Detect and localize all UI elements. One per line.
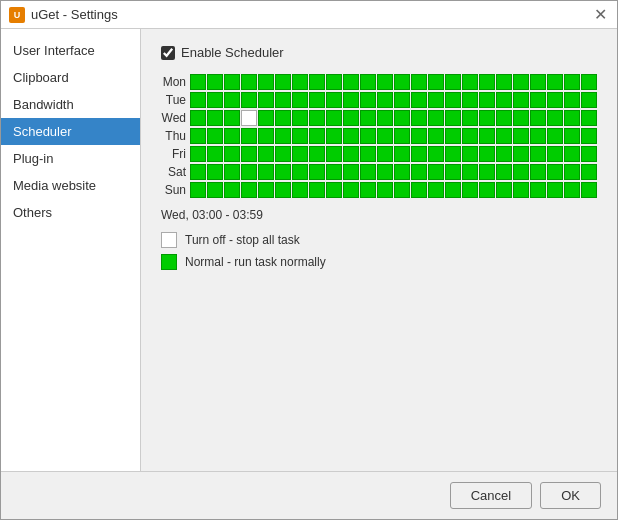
cell-fri-15[interactable] xyxy=(445,146,461,162)
cell-thu-8[interactable] xyxy=(326,128,342,144)
cell-tue-6[interactable] xyxy=(292,92,308,108)
cell-thu-6[interactable] xyxy=(292,128,308,144)
sidebar-item-plugin[interactable]: Plug-in xyxy=(1,145,140,172)
cell-fri-20[interactable] xyxy=(530,146,546,162)
cell-tue-1[interactable] xyxy=(207,92,223,108)
cell-mon-16[interactable] xyxy=(462,74,478,90)
cell-sun-4[interactable] xyxy=(258,182,274,198)
cell-tue-3[interactable] xyxy=(241,92,257,108)
cell-wed-14[interactable] xyxy=(428,110,444,126)
cell-mon-10[interactable] xyxy=(360,74,376,90)
cell-mon-12[interactable] xyxy=(394,74,410,90)
cell-mon-6[interactable] xyxy=(292,74,308,90)
cell-fri-3[interactable] xyxy=(241,146,257,162)
cell-wed-17[interactable] xyxy=(479,110,495,126)
cell-mon-1[interactable] xyxy=(207,74,223,90)
cell-sun-11[interactable] xyxy=(377,182,393,198)
cell-mon-8[interactable] xyxy=(326,74,342,90)
cell-thu-2[interactable] xyxy=(224,128,240,144)
cell-tue-10[interactable] xyxy=(360,92,376,108)
cell-mon-15[interactable] xyxy=(445,74,461,90)
cell-thu-13[interactable] xyxy=(411,128,427,144)
cell-fri-10[interactable] xyxy=(360,146,376,162)
cell-sat-16[interactable] xyxy=(462,164,478,180)
cell-mon-11[interactable] xyxy=(377,74,393,90)
cell-tue-7[interactable] xyxy=(309,92,325,108)
cell-sun-0[interactable] xyxy=(190,182,206,198)
cell-tue-18[interactable] xyxy=(496,92,512,108)
cell-sun-23[interactable] xyxy=(581,182,597,198)
cell-sat-20[interactable] xyxy=(530,164,546,180)
cell-thu-12[interactable] xyxy=(394,128,410,144)
cell-wed-19[interactable] xyxy=(513,110,529,126)
cell-sat-23[interactable] xyxy=(581,164,597,180)
cell-thu-15[interactable] xyxy=(445,128,461,144)
cell-sat-21[interactable] xyxy=(547,164,563,180)
close-button[interactable]: ✕ xyxy=(592,7,609,23)
cell-tue-0[interactable] xyxy=(190,92,206,108)
cell-wed-20[interactable] xyxy=(530,110,546,126)
cell-fri-23[interactable] xyxy=(581,146,597,162)
cell-tue-16[interactable] xyxy=(462,92,478,108)
cell-wed-6[interactable] xyxy=(292,110,308,126)
cell-sat-1[interactable] xyxy=(207,164,223,180)
cell-tue-13[interactable] xyxy=(411,92,427,108)
cell-fri-17[interactable] xyxy=(479,146,495,162)
cell-tue-5[interactable] xyxy=(275,92,291,108)
cell-wed-11[interactable] xyxy=(377,110,393,126)
cell-mon-22[interactable] xyxy=(564,74,580,90)
cell-sun-18[interactable] xyxy=(496,182,512,198)
cell-fri-5[interactable] xyxy=(275,146,291,162)
cell-fri-2[interactable] xyxy=(224,146,240,162)
sidebar-item-clipboard[interactable]: Clipboard xyxy=(1,64,140,91)
cell-sun-7[interactable] xyxy=(309,182,325,198)
cell-wed-13[interactable] xyxy=(411,110,427,126)
cell-wed-18[interactable] xyxy=(496,110,512,126)
cell-tue-17[interactable] xyxy=(479,92,495,108)
cell-sun-8[interactable] xyxy=(326,182,342,198)
cell-sat-15[interactable] xyxy=(445,164,461,180)
cell-sat-6[interactable] xyxy=(292,164,308,180)
cell-mon-7[interactable] xyxy=(309,74,325,90)
cell-tue-12[interactable] xyxy=(394,92,410,108)
sidebar-item-others[interactable]: Others xyxy=(1,199,140,226)
cell-tue-21[interactable] xyxy=(547,92,563,108)
cell-sat-9[interactable] xyxy=(343,164,359,180)
cell-tue-14[interactable] xyxy=(428,92,444,108)
cell-sat-17[interactable] xyxy=(479,164,495,180)
cell-thu-9[interactable] xyxy=(343,128,359,144)
cell-sun-5[interactable] xyxy=(275,182,291,198)
cell-sat-0[interactable] xyxy=(190,164,206,180)
cell-sun-9[interactable] xyxy=(343,182,359,198)
cell-thu-7[interactable] xyxy=(309,128,325,144)
cell-wed-22[interactable] xyxy=(564,110,580,126)
enable-scheduler-checkbox[interactable] xyxy=(161,46,175,60)
cell-sat-4[interactable] xyxy=(258,164,274,180)
cell-mon-17[interactable] xyxy=(479,74,495,90)
cell-tue-9[interactable] xyxy=(343,92,359,108)
cell-thu-19[interactable] xyxy=(513,128,529,144)
cell-thu-4[interactable] xyxy=(258,128,274,144)
sidebar-item-scheduler[interactable]: Scheduler xyxy=(1,118,140,145)
cell-tue-8[interactable] xyxy=(326,92,342,108)
cell-mon-9[interactable] xyxy=(343,74,359,90)
cell-fri-6[interactable] xyxy=(292,146,308,162)
cell-wed-1[interactable] xyxy=(207,110,223,126)
cell-thu-10[interactable] xyxy=(360,128,376,144)
cell-thu-22[interactable] xyxy=(564,128,580,144)
cell-sat-12[interactable] xyxy=(394,164,410,180)
cell-sat-8[interactable] xyxy=(326,164,342,180)
cell-mon-23[interactable] xyxy=(581,74,597,90)
cell-thu-3[interactable] xyxy=(241,128,257,144)
cell-tue-4[interactable] xyxy=(258,92,274,108)
cell-wed-3[interactable] xyxy=(241,110,257,126)
sidebar-item-user-interface[interactable]: User Interface xyxy=(1,37,140,64)
cell-tue-22[interactable] xyxy=(564,92,580,108)
cell-sat-10[interactable] xyxy=(360,164,376,180)
cell-sat-14[interactable] xyxy=(428,164,444,180)
cell-sun-22[interactable] xyxy=(564,182,580,198)
cell-fri-19[interactable] xyxy=(513,146,529,162)
cell-sat-2[interactable] xyxy=(224,164,240,180)
cell-sun-15[interactable] xyxy=(445,182,461,198)
sidebar-item-bandwidth[interactable]: Bandwidth xyxy=(1,91,140,118)
